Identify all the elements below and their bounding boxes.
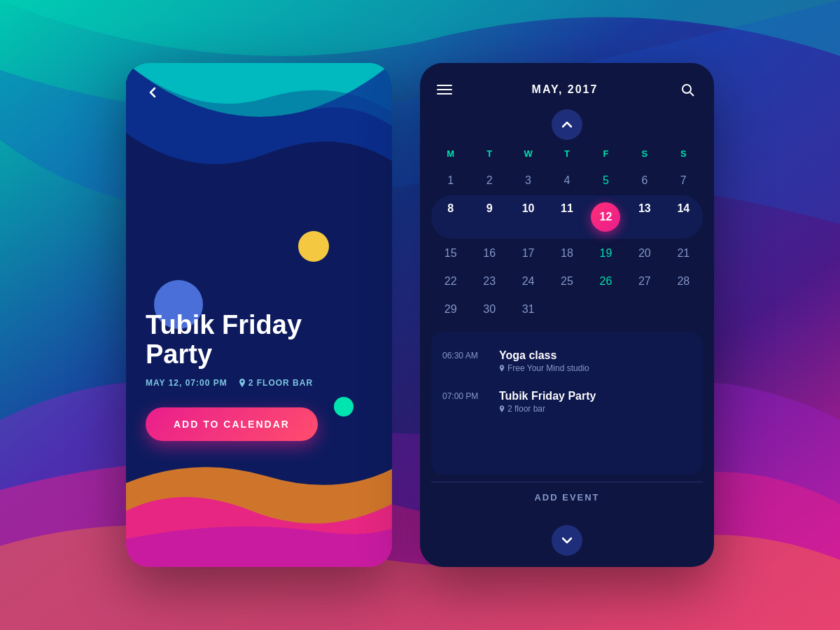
day-31[interactable]: 31 bbox=[509, 296, 547, 323]
decorative-dot-yellow bbox=[298, 231, 329, 262]
day-6[interactable]: 6 bbox=[625, 167, 664, 194]
week-row-4: 22 23 24 25 26 27 28 bbox=[431, 268, 703, 295]
day-7[interactable]: 7 bbox=[664, 167, 703, 194]
location-icon bbox=[239, 379, 246, 387]
day-header-tue: T bbox=[470, 146, 508, 162]
calendar-month-title: MAY, 2017 bbox=[532, 83, 598, 96]
venue-location-icon-yoga bbox=[499, 365, 505, 372]
svg-line-3 bbox=[690, 92, 694, 96]
day-26[interactable]: 26 bbox=[587, 268, 625, 295]
day-16[interactable]: 16 bbox=[470, 240, 508, 267]
day-18[interactable]: 18 bbox=[547, 240, 586, 267]
day-header-fri: F bbox=[587, 146, 625, 162]
day-2[interactable]: 2 bbox=[470, 167, 508, 194]
chevron-down-area bbox=[420, 519, 714, 567]
week-row-1: 1 2 3 4 5 6 7 bbox=[431, 167, 703, 194]
day-15[interactable]: 15 bbox=[431, 240, 470, 267]
day-27[interactable]: 27 bbox=[625, 268, 664, 295]
svg-point-2 bbox=[682, 85, 691, 93]
day-17[interactable]: 17 bbox=[509, 240, 547, 267]
day-header-wed: W bbox=[509, 146, 547, 162]
scroll-down-button[interactable] bbox=[552, 525, 582, 556]
calendar-grid: M T W T F S S 1 2 3 4 5 6 7 8 9 10 11 12 bbox=[420, 146, 714, 324]
add-event-button[interactable]: ADD EVENT bbox=[431, 482, 703, 512]
day-1[interactable]: 1 bbox=[431, 167, 470, 194]
day-header-mon: M bbox=[431, 146, 470, 162]
week-row-3: 15 16 17 18 19 20 21 bbox=[431, 240, 703, 267]
day-3[interactable]: 3 bbox=[509, 167, 547, 194]
week-row-5: 29 30 31 bbox=[431, 296, 703, 323]
add-to-calendar-button[interactable]: ADD TO CALENDAR bbox=[146, 407, 318, 441]
calendar-card: MAY, 2017 M T W T F S S 1 bbox=[420, 63, 714, 567]
day-23[interactable]: 23 bbox=[470, 268, 508, 295]
day-empty-3 bbox=[625, 296, 664, 323]
day-8[interactable]: 8 bbox=[431, 195, 470, 239]
scroll-up-button[interactable] bbox=[552, 109, 582, 140]
venue-location-icon-party bbox=[499, 405, 505, 412]
day-24[interactable]: 24 bbox=[509, 268, 547, 295]
day-21[interactable]: 21 bbox=[664, 240, 703, 267]
day-4[interactable]: 4 bbox=[547, 167, 586, 194]
day-empty-4 bbox=[664, 296, 703, 323]
day-header-sun: S bbox=[664, 146, 703, 162]
event-time-party: 07:00 PM bbox=[442, 390, 488, 401]
day-19[interactable]: 19 bbox=[587, 240, 625, 267]
day-12-selected[interactable]: 12 bbox=[587, 195, 625, 239]
event-location: 2 FLOOR BAR bbox=[239, 378, 313, 388]
event-name-yoga: Yoga class bbox=[499, 349, 589, 362]
event-venue-yoga: Free Your Mind studio bbox=[499, 363, 589, 373]
event-details-party: Tubik Friday Party 2 floor bar bbox=[499, 390, 596, 414]
day-headers-row: M T W T F S S bbox=[431, 146, 703, 162]
day-14[interactable]: 14 bbox=[664, 195, 703, 239]
day-9[interactable]: 9 bbox=[470, 195, 508, 239]
chevron-up-area bbox=[420, 106, 714, 146]
day-11[interactable]: 11 bbox=[547, 195, 586, 239]
day-30[interactable]: 30 bbox=[470, 296, 508, 323]
event-item-party[interactable]: 07:00 PM Tubik Friday Party 2 floor bar bbox=[442, 384, 692, 419]
events-section: 06:30 AM Yoga class Free Your Mind studi… bbox=[431, 332, 703, 475]
week-row-2: 8 9 10 11 12 13 14 bbox=[431, 195, 703, 239]
event-title: Tubik Friday Party bbox=[146, 311, 372, 370]
day-10[interactable]: 10 bbox=[509, 195, 547, 239]
day-13[interactable]: 13 bbox=[625, 195, 664, 239]
day-28[interactable]: 28 bbox=[664, 268, 703, 295]
event-name-party: Tubik Friday Party bbox=[499, 390, 596, 402]
event-details-yoga: Yoga class Free Your Mind studio bbox=[499, 349, 589, 373]
event-date: MAY 12, 07:00 PM bbox=[146, 378, 227, 388]
day-header-sat: S bbox=[625, 146, 664, 162]
calendar-header: MAY, 2017 bbox=[420, 63, 714, 106]
day-empty-2 bbox=[587, 296, 625, 323]
day-header-thu: T bbox=[547, 146, 586, 162]
day-empty-1 bbox=[547, 296, 586, 323]
day-25[interactable]: 25 bbox=[547, 268, 586, 295]
back-button[interactable] bbox=[140, 80, 165, 105]
event-time-yoga: 06:30 AM bbox=[442, 349, 488, 360]
day-5[interactable]: 5 bbox=[587, 167, 625, 194]
menu-button[interactable] bbox=[437, 85, 452, 94]
search-button[interactable] bbox=[678, 80, 697, 99]
day-29[interactable]: 29 bbox=[431, 296, 470, 323]
day-20[interactable]: 20 bbox=[625, 240, 664, 267]
event-venue-party: 2 floor bar bbox=[499, 404, 596, 414]
event-detail-card: Tubik Friday Party MAY 12, 07:00 PM 2 FL… bbox=[126, 63, 392, 567]
day-22[interactable]: 22 bbox=[431, 268, 470, 295]
event-item-yoga[interactable]: 06:30 AM Yoga class Free Your Mind studi… bbox=[442, 344, 692, 379]
